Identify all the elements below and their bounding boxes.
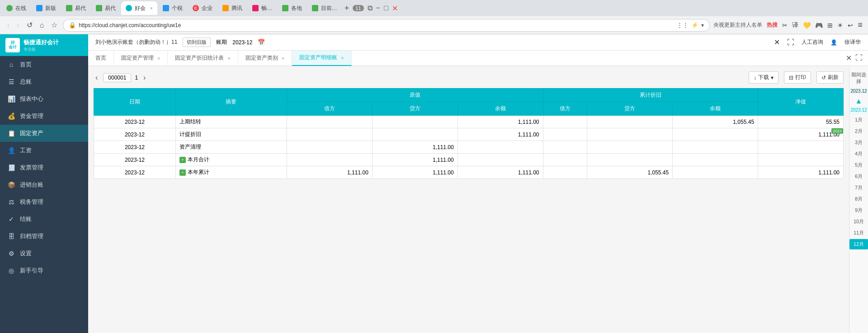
sidebar-item-reports[interactable]: 📊 报表中心 xyxy=(0,90,88,108)
bookmark-btn[interactable]: ☆ xyxy=(49,20,59,30)
print-btn[interactable]: ⊟ 打印 xyxy=(784,71,811,84)
browser-tab-yidai1[interactable]: 易代 xyxy=(61,1,90,15)
tab-fixed-asset-category[interactable]: 固定资产类别 × xyxy=(238,51,292,66)
cell-orig-debit xyxy=(287,141,372,154)
refresh-icon: ↺ xyxy=(821,75,826,81)
forward-btn[interactable]: › xyxy=(15,20,21,30)
sidebar-item-closing[interactable]: ✓ 结账 xyxy=(0,211,88,228)
period-month-m4[interactable]: 4月 xyxy=(849,149,868,159)
expand-icon[interactable]: ⛶ xyxy=(787,38,794,47)
sidebar-item-settings[interactable]: ⚙ 设置 xyxy=(0,245,88,262)
reports-nav-icon: 📊 xyxy=(7,95,15,103)
prev-page-btn[interactable]: ‹ xyxy=(94,73,99,83)
browser-tab-chang[interactable]: 畅… xyxy=(248,1,277,15)
col-orig-balance: 余额 xyxy=(458,102,543,116)
tab-fixed-asset-depreciation[interactable]: 固定资产折旧统计表 × xyxy=(168,51,238,66)
period-month-m1[interactable]: 1月 xyxy=(849,115,868,125)
sidebar-item-funds[interactable]: 💰 资金管理 xyxy=(0,108,88,125)
period-scroll-up-btn[interactable]: ▲ xyxy=(855,97,863,105)
url-box[interactable]: 🔒 https://cloud.chanjet.com/accounting/u… xyxy=(63,19,710,32)
browser-tab-geshui[interactable]: 个税 xyxy=(158,1,187,15)
hot-search-icon[interactable]: 热搜 xyxy=(767,21,778,29)
tab-close-icon[interactable]: × xyxy=(227,56,230,61)
sidebar-item-payroll[interactable]: 👤 工资 xyxy=(0,142,88,159)
user-avatar-icon: 👤 xyxy=(830,39,837,46)
period-month-m5[interactable]: 5月 xyxy=(849,160,868,170)
tab-home[interactable]: 首页 xyxy=(88,51,114,66)
browser-tab-qiye[interactable]: C 企业 xyxy=(188,1,217,15)
switch-btn[interactable]: 切到旧版 xyxy=(183,38,211,47)
table-row: 2023-12 计提折旧 1,111.00 1,111.00 2023 xyxy=(94,128,844,141)
undo-icon[interactable]: ↩ xyxy=(848,22,853,29)
period-month-m2[interactable]: 2月 xyxy=(849,126,868,136)
period-month-2023-12-selected[interactable]: 2023.12 xyxy=(849,106,868,114)
sidebar-item-guide[interactable]: ◎ 新手引导 xyxy=(0,262,88,279)
sidebar-item-label: 总账 xyxy=(20,78,32,86)
archive-nav-icon: 🗄 xyxy=(7,232,15,240)
browser-tab-new[interactable]: 新版 xyxy=(32,1,61,15)
period-month-m8[interactable]: 8月 xyxy=(849,194,868,204)
next-page-btn[interactable]: › xyxy=(142,73,147,83)
browser-tab-yidai2[interactable]: 易代 xyxy=(91,1,120,15)
sidebar-item-inventory[interactable]: 📦 进销台账 xyxy=(0,176,88,193)
calendar-icon[interactable]: 📅 xyxy=(258,39,265,46)
translate-icon[interactable]: 译 xyxy=(792,21,798,29)
maximize-icon[interactable]: □ xyxy=(384,4,388,12)
sidebar-item-archive[interactable]: 🗄 归档管理 xyxy=(0,228,88,245)
tab-close-icon[interactable]: × xyxy=(282,56,284,61)
period-month-m7[interactable]: 7月 xyxy=(849,183,868,193)
menu-icon[interactable]: ≡ xyxy=(858,20,863,30)
tab-close-icon[interactable]: × xyxy=(150,6,153,11)
wallet-icon[interactable]: 💛 xyxy=(803,22,811,29)
period-month-m6[interactable]: 6月 xyxy=(849,171,868,182)
tab-fixed-asset-mgmt[interactable]: 固定资产管理 × xyxy=(114,51,168,66)
col-summary: 摘要 xyxy=(175,89,287,116)
tab-close-icon[interactable]: × xyxy=(341,55,344,61)
col-net-value: 净值 xyxy=(758,89,844,116)
back-btn[interactable]: ‹ xyxy=(5,20,11,30)
brightness-icon[interactable]: ☀ xyxy=(837,22,843,29)
sidebar-item-fixed-assets[interactable]: 📋 固定资产 xyxy=(0,125,88,142)
browser-tab-gedi[interactable]: 各地 xyxy=(278,1,307,15)
sidebar-item-tax[interactable]: ⚖ 税务管理 xyxy=(0,193,88,211)
period-month-m9[interactable]: 9月 xyxy=(849,205,868,216)
sidebar-item-invoice[interactable]: 🧾 发票管理 xyxy=(0,159,88,176)
browser-tab-online[interactable]: 在线 xyxy=(2,1,31,15)
home-btn[interactable]: ⌂ xyxy=(38,20,46,30)
download-btn[interactable]: ↓ 下载 ▾ xyxy=(749,71,778,84)
col-date: 日期 xyxy=(94,89,176,116)
refresh-btn[interactable]: ↺ 刷新 xyxy=(816,71,844,84)
col-dep-debit: 借方 xyxy=(543,102,587,116)
period-month-m11[interactable]: 11月 xyxy=(849,228,868,238)
reload-btn[interactable]: ↺ xyxy=(25,20,34,30)
tabs-expand-icon[interactable]: ⛶ xyxy=(855,54,863,62)
grid-icon[interactable]: ⊞ xyxy=(827,22,833,29)
lightning-icon[interactable]: ⚡ xyxy=(691,22,698,28)
download-dropdown-icon[interactable]: ▾ xyxy=(771,75,774,81)
dropdown-icon[interactable]: ▾ xyxy=(701,22,704,28)
cell-orig-debit: 1,111.00 xyxy=(287,166,372,179)
consult-btn[interactable]: 人工咨询 xyxy=(802,38,823,46)
tab-close-icon[interactable]: × xyxy=(157,56,160,61)
print-label: 打印 xyxy=(795,74,806,81)
period-month-m3[interactable]: 3月 xyxy=(849,137,868,148)
period-month-m10[interactable]: 10月 xyxy=(849,216,868,227)
inventory-nav-icon: 📦 xyxy=(7,181,15,189)
browser-tab-mubiao[interactable]: 目前… xyxy=(307,1,342,15)
browser-tab-haohao[interactable]: 好会 × xyxy=(121,1,157,15)
sidebar-item-home[interactable]: ⌂ 首页 xyxy=(0,56,88,73)
game-icon[interactable]: 🎮 xyxy=(815,22,823,29)
restore-window-icon[interactable]: ⧉ xyxy=(368,4,373,12)
scissors-icon[interactable]: ✂ xyxy=(782,22,788,29)
browser-tab-tengxun[interactable]: 腾讯 xyxy=(218,1,247,15)
tabs-close-all-icon[interactable]: ✕ xyxy=(846,54,852,62)
minimize-icon[interactable]: − xyxy=(376,4,380,12)
period-month-m12[interactable]: 12月 xyxy=(849,239,868,249)
share-icon[interactable]: ⋮⋮ xyxy=(677,22,689,28)
close-window-icon[interactable]: ✕ xyxy=(392,4,398,13)
tab-fixed-asset-ledger[interactable]: 固定资产明细账 × xyxy=(292,51,351,66)
new-tab-icon[interactable]: + xyxy=(344,4,349,13)
full-screen-close-icon[interactable]: ✕ xyxy=(774,38,780,47)
sidebar-item-general-ledger[interactable]: ☰ 总账 xyxy=(0,73,88,90)
col-dep-balance: 余额 xyxy=(673,102,758,116)
